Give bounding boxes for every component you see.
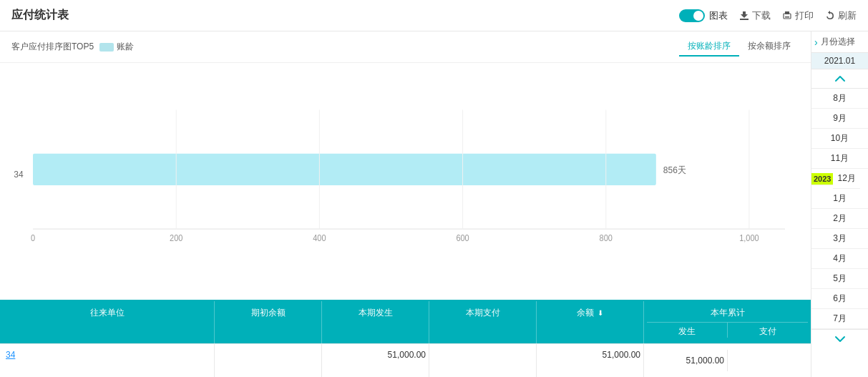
ytd-payment-label: 支付	[728, 323, 808, 338]
right-sidebar: › 月份选择 2021.01 8月9月10月11月202312月1月2月3月4月…	[811, 31, 868, 377]
chart-legend: 客户应付排序图TOP5 账龄	[11, 41, 134, 53]
main-content: 客户应付排序图TOP5 账龄 按账龄排序 按余额排序 34	[0, 31, 868, 377]
month-item[interactable]: 12月	[833, 169, 859, 189]
cell-ytd: 51,000.00	[644, 344, 811, 377]
sort-tabs: 按账龄排序 按余额排序	[679, 37, 799, 57]
col-header-current-payment: 本期支付	[429, 301, 537, 343]
legend-balance-label: 账龄	[117, 41, 134, 53]
chevron-down-icon	[834, 336, 846, 343]
svg-text:34: 34	[14, 169, 23, 180]
month-item[interactable]: 8月	[811, 89, 868, 109]
download-icon	[739, 11, 749, 21]
cell-unit: 34	[0, 344, 215, 377]
month-item[interactable]: 5月	[811, 269, 868, 289]
col-header-current-occur: 本期发生	[322, 301, 429, 343]
chart-svg: 34 856天 0 200 400 600 800 1,000	[11, 70, 799, 293]
print-button[interactable]: 打印	[782, 9, 814, 22]
cell-ytd-occur: 51,000.00	[647, 350, 728, 371]
col-header-ytd: 本年累计 发生 支付	[644, 301, 811, 343]
chart-controls: 客户应付排序图TOP5 账龄 按账龄排序 按余额排序	[0, 31, 811, 63]
download-label: 下载	[752, 9, 771, 22]
unit-link[interactable]: 34	[6, 350, 15, 360]
print-label: 打印	[795, 9, 814, 22]
table-area: 往来单位 期初余额 本期发生 本期支付 余额 ⬇ 本年累计 发生 支付	[0, 300, 811, 377]
legend-color-balance	[99, 43, 114, 52]
svg-text:800: 800	[600, 232, 613, 243]
svg-text:400: 400	[313, 232, 326, 243]
refresh-icon	[825, 11, 835, 21]
svg-rect-5	[33, 154, 656, 185]
page-title: 应付统计表	[11, 8, 69, 23]
month-item[interactable]: 3月	[811, 229, 868, 249]
month-item[interactable]: 7月	[811, 309, 868, 329]
balance-icon: ⬇	[598, 309, 603, 317]
sidebar-down-button[interactable]	[811, 329, 868, 348]
cell-opening	[215, 344, 322, 377]
month-item[interactable]: 1月	[811, 189, 868, 209]
sidebar-header-row: › 月份选择	[811, 31, 868, 53]
month-item[interactable]: 9月	[811, 109, 868, 129]
legend-balance: 账龄	[99, 41, 134, 53]
sidebar-up-button[interactable]	[811, 69, 868, 89]
refresh-button[interactable]: 刷新	[825, 9, 857, 22]
chart-wrapper: 34 856天 0 200 400 600 800 1,000	[0, 63, 811, 300]
svg-text:856天: 856天	[663, 165, 686, 176]
download-button[interactable]: 下载	[739, 9, 771, 22]
month-item[interactable]: 2月	[811, 209, 868, 229]
col-header-balance: 余额 ⬇	[537, 301, 644, 343]
legend-top5-label: 客户应付排序图TOP5	[11, 41, 94, 53]
svg-text:0: 0	[31, 232, 35, 243]
month-list: 8月9月10月11月202312月1月2月3月4月5月6月7月	[811, 89, 868, 329]
svg-text:1,000: 1,000	[739, 232, 759, 243]
chart-toggle[interactable]	[679, 9, 705, 22]
ytd-occur-label: 发生	[647, 323, 728, 338]
svg-text:600: 600	[456, 232, 469, 243]
month-item[interactable]: 4月	[811, 249, 868, 269]
month-item[interactable]: 6月	[811, 289, 868, 309]
sidebar-header-label: 月份选择	[821, 36, 855, 48]
chart-toggle-group: 图表	[679, 9, 728, 22]
table-header: 往来单位 期初余额 本期发生 本期支付 余额 ⬇ 本年累计 发生 支付	[0, 301, 811, 343]
svg-rect-0	[740, 19, 748, 20]
col-header-unit: 往来单位	[0, 301, 215, 343]
chevron-right-icon: ›	[814, 36, 818, 48]
svg-rect-1	[784, 14, 791, 19]
chart-label: 图表	[709, 9, 728, 22]
table-row: 34 51,000.00 51,000.00 51,000.00	[0, 343, 811, 377]
sidebar-year-select[interactable]: 2021.01	[811, 53, 868, 69]
balance-label: 余额	[577, 308, 594, 318]
col-header-opening: 期初余额	[215, 301, 322, 343]
header: 应付统计表 图表 下载 打印 刷新	[0, 0, 868, 31]
legend-top5: 客户应付排序图TOP5	[11, 41, 94, 53]
cell-current-occur: 51,000.00	[322, 344, 429, 377]
sort-tab-age[interactable]: 按账龄排序	[679, 37, 739, 57]
chart-area: 客户应付排序图TOP5 账龄 按账龄排序 按余额排序 34	[0, 31, 811, 377]
month-item[interactable]: 10月	[811, 129, 868, 149]
svg-text:200: 200	[170, 232, 182, 243]
sort-tab-balance[interactable]: 按余额排序	[739, 37, 799, 57]
year-marker: 2023	[811, 173, 833, 185]
print-icon	[782, 11, 792, 21]
svg-rect-3	[785, 16, 789, 18]
cell-balance: 51,000.00	[537, 344, 644, 377]
svg-rect-2	[785, 11, 789, 14]
header-actions: 图表 下载 打印 刷新	[679, 9, 857, 22]
cell-ytd-payment	[728, 350, 808, 371]
refresh-label: 刷新	[838, 9, 857, 22]
chevron-up-icon	[834, 75, 846, 82]
month-item[interactable]: 11月	[811, 149, 868, 169]
ytd-label: 本年累计	[711, 307, 745, 319]
cell-current-payment	[429, 344, 537, 377]
